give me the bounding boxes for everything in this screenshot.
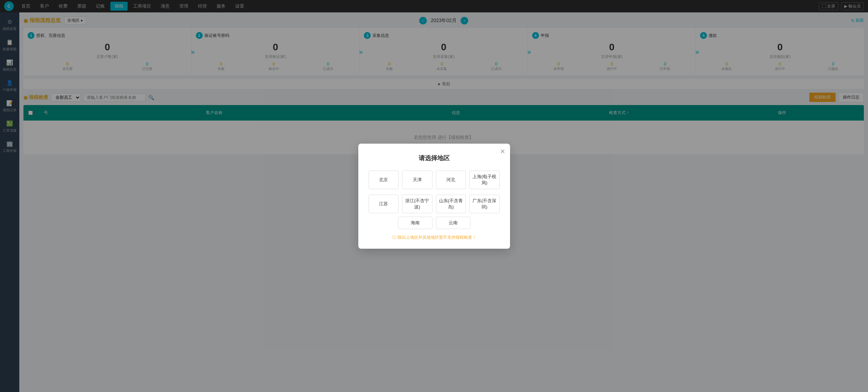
- region-row-3: 海南 云南: [369, 217, 500, 229]
- modal-title: 请选择地区: [369, 154, 500, 162]
- modal-overlay: ✕ 请选择地区 北京 天津 河北 上海(电子税局) 江苏 浙江(不含宁波) 山东…: [0, 0, 868, 392]
- region-hainan[interactable]: 海南: [398, 217, 432, 229]
- region-select-modal: ✕ 请选择地区 北京 天津 河北 上海(电子税局) 江苏 浙江(不含宁波) 山东…: [358, 144, 510, 249]
- modal-close-button[interactable]: ✕: [500, 148, 505, 155]
- warning-icon: ⓘ: [392, 235, 396, 240]
- region-shandong[interactable]: 山东(不含青岛): [436, 195, 466, 213]
- region-tianjin[interactable]: 天津: [402, 171, 432, 189]
- region-row-2: 江苏 浙江(不含宁波) 山东(不含青岛) 广东(不含深圳): [369, 195, 500, 213]
- region-jiangsu[interactable]: 江苏: [369, 195, 399, 213]
- modal-warning: ⓘ 除以上地区外其他地区暂不支持报税检查！: [369, 235, 500, 240]
- region-row-1: 北京 天津 河北 上海(电子税局): [369, 171, 500, 189]
- region-guangdong[interactable]: 广东(不含深圳): [469, 195, 500, 213]
- region-yunnan[interactable]: 云南: [436, 217, 470, 229]
- region-hebei[interactable]: 河北: [436, 171, 466, 189]
- region-beijing[interactable]: 北京: [369, 171, 399, 189]
- region-zhejiang[interactable]: 浙江(不含宁波): [402, 195, 432, 213]
- region-shanghai[interactable]: 上海(电子税局): [469, 171, 500, 189]
